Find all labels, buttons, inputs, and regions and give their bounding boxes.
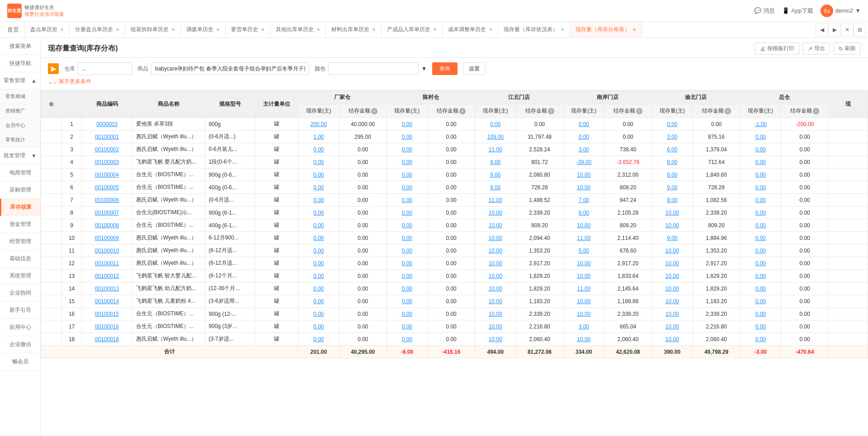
- product-label: 商品: [137, 65, 148, 73]
- printer-icon: 🖨: [760, 46, 765, 52]
- color-dropdown-icon: ▼: [421, 66, 427, 72]
- gear-icon: ⚙: [47, 100, 56, 109]
- sidebar-item-ecommerce[interactable]: 电商管理: [0, 164, 40, 182]
- tab-close-4[interactable]: ✕: [261, 27, 264, 32]
- table-row: 800100007合生元(BIOSTIME)沁...900g (6-1...罐0…: [41, 206, 868, 219]
- tab-sub-inventory[interactable]: 分量盘点单历史 ✕: [70, 22, 125, 38]
- sidebar-sub-retail: 零售商城 营销推广 会员中心 零售统计: [0, 89, 40, 147]
- logo-area: 好生意 畅捷通好生意 母婴行业演示陈套: [7, 4, 64, 18]
- export-btn[interactable]: ↗ 导出: [803, 42, 830, 55]
- sidebar-item-purchase[interactable]: 采购管理: [0, 182, 40, 199]
- tab-close-1[interactable]: ✕: [116, 27, 119, 32]
- settings-btn[interactable]: 设置: [463, 62, 486, 75]
- sidebar-item-system[interactable]: 系统管理: [0, 267, 40, 285]
- tab-close-9[interactable]: ✕: [561, 27, 564, 32]
- tab-close-2[interactable]: ✕: [171, 27, 175, 32]
- table-body: 10000003爱他美 卓萃3段900g罐200.0040,000.000.00…: [41, 118, 868, 358]
- message-btn[interactable]: 💬 消息: [754, 7, 775, 15]
- app-icon: 📱: [782, 7, 789, 14]
- tab-transfer[interactable]: 调拨单历史 ✕: [181, 22, 226, 38]
- sidebar-item-finance[interactable]: 资金管理: [0, 216, 40, 233]
- tab-stock-status[interactable]: 现存量（库存状况表） ✕: [498, 22, 570, 38]
- filter-area: ▶ 仓库 商品 颜色 ▼ 查询 设置 ⌄⌄: [41, 58, 868, 90]
- tab-close-8[interactable]: ✕: [489, 27, 492, 32]
- export-icon: ↗: [808, 46, 812, 52]
- query-btn[interactable]: 查询: [432, 62, 458, 75]
- avatar: Ea: [821, 5, 833, 17]
- tab-close-all-btn[interactable]: ✕: [841, 23, 854, 36]
- info-icon-wh3[interactable]: ①: [548, 108, 554, 114]
- sidebar-item-appstore[interactable]: 应用中心: [0, 319, 40, 336]
- info-icon-wh2[interactable]: ①: [459, 108, 466, 114]
- info-icon-wh5[interactable]: ①: [725, 108, 731, 114]
- print-btn[interactable]: 🖨 按模板打印: [755, 42, 799, 55]
- sidebar-item-operation[interactable]: 经营管理: [0, 233, 40, 250]
- product-input[interactable]: [151, 62, 309, 75]
- user-info[interactable]: Ea demo2 ▼: [821, 5, 861, 17]
- expand-conditions-btn[interactable]: ⌄⌄ 展开更多条件: [48, 78, 91, 85]
- tab-expand-btn[interactable]: ⊞: [854, 23, 866, 36]
- col-wh4-qty: 现存量(主): [563, 104, 604, 118]
- sidebar-item-retail-mgmt[interactable]: 零售管理▲: [0, 72, 40, 89]
- sidebar-item-retail-stats[interactable]: 零售统计: [0, 133, 40, 147]
- content: 现存量查询(库存分布) 🖨 按模板打印 ↗ 导出 ↻ 刷新 ▶: [41, 38, 868, 436]
- sidebar-item-basic[interactable]: 基础信息: [0, 250, 40, 267]
- tab-order[interactable]: 要货单历史 ✕: [226, 22, 270, 38]
- logo-text: 畅捷通好生意 母婴行业演示陈套: [24, 4, 64, 17]
- chevron-up-icon: ▲: [31, 78, 37, 84]
- tab-cost-adjust[interactable]: 成本调整单历史 ✕: [443, 22, 498, 38]
- topbar-right: 💬 消息 📱 App下载 Ea demo2 ▼: [754, 5, 861, 17]
- tab-inventory-check[interactable]: 盘点单历史 ✕: [25, 22, 70, 38]
- refresh-btn[interactable]: ↻ 刷新: [834, 42, 861, 55]
- sidebar-item-inventory[interactable]: 库存核算: [0, 199, 40, 216]
- tab-close-6[interactable]: ✕: [372, 27, 376, 32]
- sidebar-item-marketing[interactable]: 营销推广: [0, 104, 40, 118]
- table-row: 1200100011惠氏启赋（Wyeth illu...）(6-12月适...罐…: [41, 257, 868, 270]
- tab-stock-distribution[interactable]: 现存量（库存分布表） ✕: [570, 22, 642, 38]
- col-extra-header: 现: [829, 91, 868, 118]
- warehouse-input[interactable]: [78, 62, 132, 75]
- page-title: 现存量查询(库存分布): [48, 44, 118, 53]
- filter-product: 商品: [137, 62, 309, 75]
- sidebar-item-enterprise[interactable]: 企业协同: [0, 285, 40, 302]
- table-row: 400100003飞鹤星飞帆 婴儿配方奶...1段(0-6个...罐0.000.…: [41, 156, 868, 169]
- app-download-btn[interactable]: 📱 App下载: [782, 7, 813, 15]
- col-wh2-amt: 结存金额①: [428, 104, 475, 118]
- filter-row: ▶ 仓库 商品 颜色 ▼ 查询 设置: [48, 62, 861, 75]
- tab-finished-in[interactable]: 产成品入库单历史 ✕: [382, 22, 443, 38]
- sidebar-item-wechat[interactable]: 企业微信: [0, 336, 40, 353]
- main-layout: 搜索英单 快捷导航 零售管理▲ 零售商城 营销推广 会员中心 零售统计 批发管理…: [0, 38, 868, 436]
- col-gear[interactable]: ⚙: [41, 91, 62, 118]
- sidebar-item-member[interactable]: 会员中心: [0, 118, 40, 133]
- tab-close-10[interactable]: ✕: [632, 27, 636, 32]
- tab-home[interactable]: 首页: [2, 22, 25, 38]
- info-icon-wh1[interactable]: ①: [371, 108, 377, 114]
- tab-next-btn[interactable]: ▶: [828, 23, 841, 36]
- sidebar: 搜索英单 快捷导航 零售管理▲ 零售商城 营销推广 会员中心 零售统计 批发管理…: [0, 38, 41, 436]
- table-container[interactable]: ⚙ 商品编码 商品名称 规格型号 主计量单位 厂家仓 陈村仓 江北门店 南岸门店…: [41, 90, 868, 436]
- tab-close-0[interactable]: ✕: [60, 27, 64, 32]
- chevron-down-icon: ▼: [855, 7, 861, 14]
- sidebar-item-retail-mall[interactable]: 零售商城: [0, 89, 40, 104]
- table-row: 900100008合生元（BIOSTIME）...400g (6-1...罐0.…: [41, 219, 868, 232]
- color-input[interactable]: [328, 62, 419, 75]
- info-icon-wh4[interactable]: ①: [636, 108, 642, 114]
- tab-close-3[interactable]: ✕: [216, 27, 220, 32]
- sidebar-item-guide[interactable]: 新手引导: [0, 302, 40, 319]
- filter-warehouse: 仓库: [64, 62, 132, 75]
- tab-nav-btns: ◀ ▶ ✕ ⊞: [816, 23, 866, 36]
- col-wh4-header: 南岸门店: [563, 91, 652, 104]
- info-icon-total[interactable]: ①: [813, 108, 819, 114]
- sidebar-item-quicknav[interactable]: 快捷导航: [0, 55, 40, 72]
- tab-close-7[interactable]: ✕: [433, 27, 437, 32]
- sidebar-item-search[interactable]: 搜索英单: [0, 38, 40, 55]
- col-total-qty: 现存量(主): [740, 104, 781, 118]
- tab-material-out[interactable]: 材料出库单历史 ✕: [326, 22, 382, 38]
- filter-toggle-btn[interactable]: ▶: [48, 63, 59, 74]
- sidebar-item-wholesale[interactable]: 批发管理▼: [0, 147, 40, 164]
- tab-close-5[interactable]: ✕: [316, 27, 320, 32]
- tab-prev-btn[interactable]: ◀: [816, 23, 828, 36]
- tab-other-out[interactable]: 其他出库单历史 ✕: [270, 22, 326, 38]
- sidebar-item-member2[interactable]: 畅会员: [0, 353, 40, 370]
- tab-assembly[interactable]: 组装拆卸单历史 ✕: [125, 22, 181, 38]
